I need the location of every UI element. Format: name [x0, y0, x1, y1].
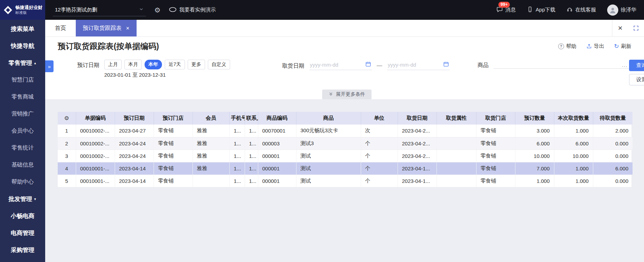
- app-download-button[interactable]: App下载: [527, 6, 555, 14]
- tab-home[interactable]: 首页: [45, 20, 76, 36]
- search-button[interactable]: 查询: [629, 60, 644, 71]
- cell: 1...: [245, 175, 258, 187]
- sidebar-item-零售商城[interactable]: 零售商城: [0, 88, 45, 105]
- product-label: 商品: [478, 60, 489, 69]
- column-header-本次取货数量[interactable]: 本次取货数量: [554, 112, 593, 125]
- messages-button[interactable]: 99+ 消息: [496, 6, 516, 14]
- sidebar-item-label: 帮助中心: [11, 178, 34, 186]
- table-row[interactable]: 200010002-...2023-04-24零食铺雅雅1...1...0000…: [58, 137, 633, 150]
- sidebar-item-label: 批发管理: [9, 195, 32, 203]
- settings-gear-icon[interactable]: ⚙: [154, 7, 161, 14]
- cell: 1...: [245, 162, 258, 175]
- column-header-单据编码[interactable]: 单据编码: [76, 112, 115, 125]
- quick-range-本年[interactable]: 本年: [145, 60, 162, 69]
- sidebar-item-营销推广[interactable]: 营销推广: [0, 105, 45, 122]
- sidebar-item-零售统计[interactable]: 零售统计: [0, 140, 45, 157]
- sidebar-item-电商管理[interactable]: 电商管理: [0, 225, 45, 242]
- tab-active[interactable]: 预订取货跟踪表 ✕: [76, 20, 137, 36]
- chevron-down-icon: [139, 7, 144, 13]
- pickup-date-start-input[interactable]: [310, 62, 365, 68]
- column-header-会员[interactable]: 会员: [193, 112, 229, 125]
- column-header-联系人电话[interactable]: 联系人电话: [245, 112, 258, 125]
- sidebar-item-批发管理[interactable]: 批发管理▼: [0, 191, 45, 208]
- help-label: 帮助: [566, 43, 577, 50]
- cell: 6.000: [593, 162, 633, 175]
- table-row[interactable]: 100010002-...2023-04-27零食铺雅雅1...1...0007…: [58, 125, 633, 137]
- pickup-date-end-input[interactable]: [388, 62, 443, 68]
- table-header-row: ⚙单据编码预订日期预订门店会员手机号联系人电话商品编码商品单位取货日期取货属性取…: [58, 112, 633, 125]
- sidebar-item-小畅电商[interactable]: 小畅电商: [0, 208, 45, 225]
- cell: 00070001: [258, 125, 296, 137]
- product-input[interactable]: [494, 61, 622, 67]
- online-service-label: 在线客服: [575, 7, 596, 13]
- product-picker-ellipsis-icon[interactable]: ...: [622, 64, 627, 67]
- cell: 零食铺: [154, 162, 193, 175]
- close-all-tabs-icon[interactable]: ✕: [612, 20, 628, 36]
- online-service-button[interactable]: 在线客服: [566, 6, 596, 14]
- quick-range-自定义[interactable]: 自定义: [208, 60, 230, 69]
- column-header-预订门店[interactable]: 预订门店: [154, 112, 193, 125]
- cell: [437, 137, 476, 150]
- refresh-button[interactable]: ↻ 刷新: [614, 43, 631, 50]
- cell: 3.000: [515, 125, 554, 137]
- filter-panel-expand-icon[interactable]: »: [45, 60, 54, 72]
- quick-range-近7天[interactable]: 近7天: [165, 60, 185, 69]
- cell: 零食铺: [476, 137, 515, 150]
- sidebar-item-会员中心[interactable]: 会员中心: [0, 122, 45, 140]
- settings-button[interactable]: 设置: [629, 74, 644, 85]
- sidebar-item-label: 采购管理: [11, 246, 34, 254]
- sidebar-item-零售管理[interactable]: 零售管理▲: [0, 54, 45, 71]
- page-content: 预订取货跟踪表(按单据编码) ? 帮助 导出 ↻ 刷新: [45, 37, 644, 262]
- column-header-取货日期[interactable]: 取货日期: [398, 112, 437, 125]
- sidebar-item-快捷导航[interactable]: 快捷导航: [0, 37, 45, 54]
- column-header-预订日期[interactable]: 预订日期: [115, 112, 154, 125]
- column-header-取货属性[interactable]: 取货属性: [437, 112, 476, 125]
- quick-range-更多[interactable]: 更多: [188, 60, 205, 69]
- tab-bar: 首页 预订取货跟踪表 ✕ ✕: [45, 20, 644, 37]
- cell: 2023-04-14: [115, 175, 154, 187]
- sidebar-item-基础信息[interactable]: 基础信息: [0, 157, 45, 174]
- tab-close-icon[interactable]: ✕: [126, 26, 130, 31]
- cell: 1.000: [554, 175, 593, 187]
- cell: 零食铺: [476, 150, 515, 162]
- expand-more-conditions[interactable]: 展开更多条件: [322, 90, 372, 99]
- cell: [437, 175, 476, 187]
- cell: 测试3: [296, 137, 361, 150]
- brand-name: 畅捷通好业财: [15, 5, 42, 10]
- table-row[interactable]: 500010001-...2023-04-14零食铺1...1...000001…: [58, 175, 633, 187]
- column-header-手机号[interactable]: 手机号: [229, 112, 245, 125]
- cell: 雅雅: [193, 125, 229, 137]
- column-header-商品[interactable]: 商品: [296, 112, 361, 125]
- sidebar-item-帮助中心[interactable]: 帮助中心: [0, 174, 45, 191]
- calendar-icon[interactable]: [365, 61, 371, 68]
- tab-home-label: 首页: [55, 25, 66, 32]
- column-settings-gear-icon[interactable]: ⚙: [64, 115, 69, 121]
- table-row[interactable]: 300010002-...2023-04-24零食铺雅雅1...1...0000…: [58, 150, 633, 162]
- cell: 00010002-...: [76, 150, 115, 162]
- sidebar-item-搜索菜单[interactable]: 搜索菜单: [0, 20, 45, 37]
- column-header-预订数量[interactable]: 预订数量: [515, 112, 554, 125]
- cell: 2023-04-2...: [398, 137, 437, 150]
- quick-range-本月[interactable]: 本月: [124, 60, 142, 69]
- demo-link[interactable]: 我要看实例演示: [169, 7, 216, 13]
- column-header-商品编码[interactable]: 商品编码: [258, 112, 296, 125]
- sidebar-item-智慧门店[interactable]: 智慧门店: [0, 71, 45, 88]
- table-row[interactable]: 400010001-...2023-04-14零食铺雅雅1...1...0000…: [58, 162, 633, 175]
- app-window: 畅捷通好业财 标准版 12李艳芬测试勿删 ⚙ 我要看实例演示 99+ 消息: [0, 0, 644, 262]
- fullscreen-icon[interactable]: [628, 20, 644, 36]
- column-header-待取货数量[interactable]: 待取货数量: [593, 112, 633, 125]
- row-index: 4: [58, 162, 76, 175]
- export-button[interactable]: 导出: [586, 43, 604, 50]
- column-header-取货门店[interactable]: 取货门店: [476, 112, 515, 125]
- sidebar-item-label: 智慧门店: [11, 76, 34, 84]
- help-button[interactable]: ? 帮助: [558, 43, 577, 50]
- account-selector[interactable]: 12李艳芬测试勿删: [53, 4, 146, 16]
- sidebar-item-采购管理[interactable]: 采购管理: [0, 242, 45, 259]
- calendar-icon[interactable]: [443, 61, 449, 68]
- app-download-label: App下载: [536, 7, 555, 13]
- cell: 00010002-...: [76, 125, 115, 137]
- sidebar-item-label: 零售统计: [11, 144, 34, 152]
- quick-range-上月[interactable]: 上月: [104, 60, 122, 69]
- user-menu[interactable]: 徐泽华: [607, 5, 636, 16]
- column-header-单位[interactable]: 单位: [361, 112, 398, 125]
